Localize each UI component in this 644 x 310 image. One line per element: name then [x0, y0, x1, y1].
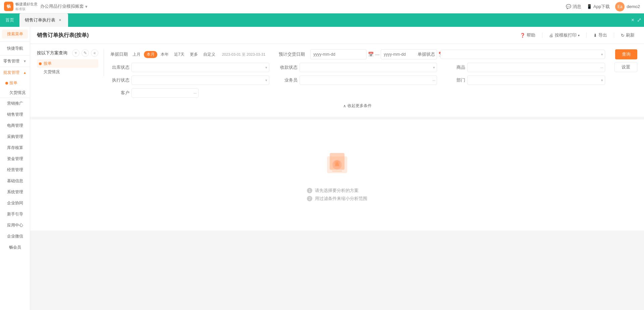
- breadcrumb-text: 办公用品行业模拟账套: [40, 3, 84, 9]
- collapse-scheme-button[interactable]: «: [91, 49, 98, 57]
- sidebar-ecommerce-label: 电商管理: [7, 123, 23, 128]
- help-button[interactable]: ❓ 帮助: [517, 31, 538, 40]
- svg-rect-3: [332, 170, 342, 172]
- avatar-text: Ea: [618, 4, 623, 9]
- tab-sales-order[interactable]: 销售订单执行表 ×: [19, 13, 68, 27]
- execstatus-label: 执行状态: [109, 77, 129, 83]
- breadcrumb: 办公用品行业模拟账套 ▾: [40, 3, 88, 9]
- user-area[interactable]: Ea demo2: [615, 2, 640, 11]
- sidebar-item-wechat[interactable]: 企业微信: [0, 231, 30, 242]
- sidebar-item-wholesale[interactable]: 批发管理 ▲: [0, 67, 30, 78]
- tab-close-window-icon[interactable]: ×: [631, 17, 634, 23]
- search-button[interactable]: 查询: [615, 49, 637, 59]
- tab-window-buttons: × ⤢: [631, 17, 641, 23]
- sidebar-quick-nav: 快捷导航: [0, 42, 30, 56]
- date-tab-this-month[interactable]: 本月: [144, 51, 157, 58]
- empty-tip-1: 1 请先选择要分析的方案: [307, 188, 367, 194]
- sidebar-finance-label: 资金管理: [7, 156, 23, 162]
- sidebar-wholesale-label: 批发管理: [3, 70, 19, 75]
- status-select-wrap: ▾: [440, 50, 605, 59]
- search-menu-button[interactable]: 搜索菜单: [2, 30, 28, 39]
- customer-input[interactable]: [131, 88, 199, 98]
- sidebar-item-basic[interactable]: 基础信息: [0, 175, 30, 187]
- dept-select[interactable]: [467, 75, 605, 85]
- sidebar-item-enterprise[interactable]: 企业协同: [0, 198, 30, 209]
- page-title: 销售订单执行表(按单): [37, 32, 89, 39]
- app-icon: 📱: [587, 4, 592, 9]
- salesperson-input[interactable]: [300, 75, 437, 85]
- date-tab-this-year[interactable]: 本年: [159, 51, 171, 58]
- sidebar-sub-item-order[interactable]: 按单: [0, 78, 30, 88]
- sidebar-item-inventory[interactable]: 库存核算: [0, 142, 30, 153]
- execstatus-wrap: ▾: [131, 75, 269, 85]
- sidebar-item-quick-nav[interactable]: 快捷导航: [0, 43, 30, 54]
- sidebar-item-system[interactable]: 系统管理: [0, 187, 30, 198]
- date-cal-start-icon: 📅: [368, 52, 374, 57]
- breadcrumb-arrow-icon[interactable]: ▾: [85, 4, 88, 9]
- app-download-button[interactable]: 📱 App下载: [587, 4, 610, 10]
- sidebar-search-area: 搜索菜单: [0, 27, 30, 42]
- sidebar-appcenter-label: 应用中心: [7, 222, 23, 228]
- date-tab-more[interactable]: 更多: [188, 51, 200, 58]
- print-icon: 🖨: [549, 33, 553, 38]
- receiptstatus-select[interactable]: [300, 63, 437, 72]
- print-button[interactable]: 🖨 按模板打印 ▾: [546, 31, 582, 40]
- status-select[interactable]: [440, 50, 605, 59]
- refresh-label: 刷新: [626, 32, 635, 38]
- expected-date-start[interactable]: [310, 49, 367, 59]
- tab-close-icon[interactable]: ×: [57, 17, 63, 23]
- date-tab-last-month[interactable]: 上月: [130, 51, 143, 58]
- date-tab-7days[interactable]: 近7天: [172, 51, 186, 58]
- scheme-item-backorder[interactable]: 欠货情况: [37, 68, 98, 76]
- edit-scheme-button[interactable]: ✎: [82, 49, 89, 57]
- collapse-button[interactable]: ∧ 收起更多条件: [109, 100, 605, 111]
- tabbar: 首页 销售订单执行表 × × ⤢: [0, 13, 644, 27]
- export-icon: ⬇: [593, 33, 597, 38]
- sidebar-item-appcenter[interactable]: 应用中心: [0, 220, 30, 231]
- date-tabs-group: 上月 本月 本年 近7天 更多 自定义: [130, 51, 217, 58]
- date-tab-custom[interactable]: 自定义: [201, 51, 217, 58]
- tab-maximize-icon[interactable]: ⤢: [637, 17, 641, 23]
- sidebar-item-purchase[interactable]: 采购管理: [0, 131, 30, 142]
- message-label: 消息: [573, 4, 581, 10]
- print-label: 按模板打印: [555, 32, 577, 38]
- sidebar-item-newbie[interactable]: 新手引导: [0, 209, 30, 220]
- tip2-num: 2: [307, 196, 312, 201]
- message-button[interactable]: 💬 消息: [566, 4, 581, 10]
- execstatus-select[interactable]: [131, 75, 269, 85]
- date-range-text: 2023-03-01 至 2023-03-31: [222, 52, 266, 57]
- filter-field-goods: 商品 ···: [445, 63, 605, 72]
- tab-home[interactable]: 首页: [0, 13, 19, 27]
- filter-fields-row1: 出库状态 ▾ 收款状态: [109, 63, 605, 72]
- sidebar-item-operation[interactable]: 经营管理: [0, 164, 30, 175]
- add-scheme-button[interactable]: +: [72, 49, 79, 57]
- scheme-backorder-label: 欠货情况: [44, 69, 60, 75]
- sidebar-item-finance[interactable]: 资金管理: [0, 153, 30, 164]
- sidebar-item-marketing[interactable]: 营销推广: [0, 98, 30, 109]
- salesperson-label: 业务员: [277, 77, 298, 83]
- filter-field-dept: 部门 ▾: [445, 75, 605, 85]
- sidebar-sales-label: 销售管理: [7, 112, 23, 117]
- refresh-button[interactable]: ↻ 刷新: [618, 31, 637, 40]
- scheme-item-order[interactable]: 按单: [37, 59, 98, 68]
- filter-body: 单据日期 上月 本月 本年 近7天 更多 自定义 2023-03-01 至 20…: [109, 49, 605, 111]
- sidebar-item-retail[interactable]: 零售管理 ▼: [0, 56, 30, 67]
- expected-date-range: 📅 — 📅: [310, 49, 404, 59]
- active-dot-icon: [5, 82, 8, 85]
- sidebar-sub-backorder-label: 欠货情况: [9, 90, 25, 96]
- filter-top-row: 按以下方案查询 + ✎ « 按单 欠货情况: [37, 49, 637, 111]
- export-button[interactable]: ⬇ 导出: [591, 31, 610, 40]
- goods-input[interactable]: [467, 63, 605, 72]
- main-layout: 搜索菜单 快捷导航 零售管理 ▼ 批发管理 ▲ 按单 欠货情况: [0, 27, 644, 310]
- outstatus-select[interactable]: [131, 63, 269, 72]
- sidebar-item-member[interactable]: 畅会员: [0, 242, 30, 253]
- sidebar-item-ecommerce[interactable]: 电商管理: [0, 120, 30, 131]
- sidebar-wholesale-arrow-icon: ▲: [23, 71, 26, 74]
- outstatus-wrap: ▾: [131, 63, 269, 72]
- setting-button[interactable]: 设置: [614, 62, 637, 72]
- sidebar-item-sales[interactable]: 销售管理: [0, 109, 30, 120]
- sidebar-sub-item-backorder[interactable]: 欠货情况: [0, 88, 30, 98]
- filter-fields-row2: 执行状态 ▾ 业务员 ··: [109, 75, 605, 85]
- sidebar-wechat-label: 企业微信: [7, 234, 23, 239]
- sidebar-sub-order-label: 按单: [9, 80, 17, 86]
